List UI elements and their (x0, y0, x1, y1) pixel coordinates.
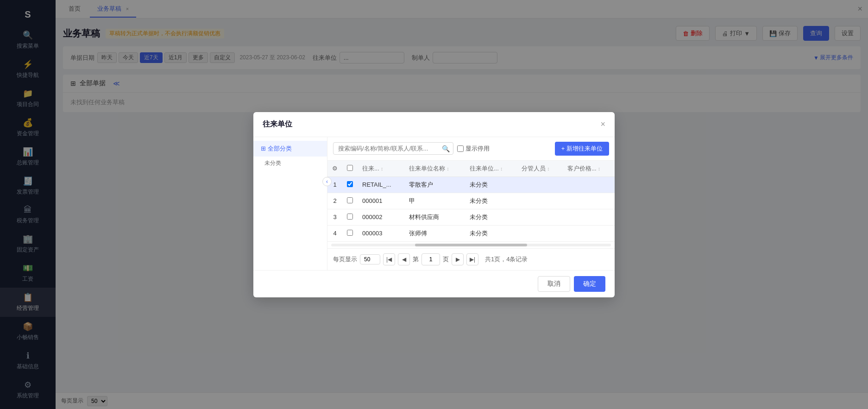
row-price-level (563, 193, 615, 209)
table-row[interactable]: 3 000002 材料供应商 未分类 (327, 209, 615, 225)
row-check[interactable] (342, 225, 358, 241)
row-name: 甲 (404, 193, 465, 209)
horizontal-scrollbar[interactable] (331, 244, 611, 246)
grid-icon-small: ⊞ (261, 145, 266, 152)
row-salesperson (517, 209, 563, 225)
dialog-title: 往来单位 (263, 120, 292, 129)
row-category: 未分类 (465, 225, 517, 241)
next-page-btn[interactable]: ▶ (452, 253, 464, 265)
page-number-input[interactable] (421, 253, 440, 265)
add-partner-button[interactable]: + 新增往来单位 (555, 142, 609, 156)
row-check[interactable] (342, 209, 358, 225)
th-settings[interactable]: ⚙ (327, 161, 342, 177)
partner-search-input[interactable] (333, 142, 453, 155)
search-input-wrap: 🔍 (333, 142, 453, 155)
row-check[interactable] (342, 176, 358, 193)
th-name[interactable]: 往来单位名称 (404, 161, 465, 177)
search-icon: 🔍 (442, 145, 450, 152)
collapse-left-panel-btn[interactable]: ‹ (322, 177, 332, 186)
table-header: ⚙ 往来... 往来单位名称 往来单位... 分管人员 客户价格... (327, 161, 615, 177)
partner-table-wrap: ⚙ 往来... 往来单位名称 往来单位... 分管人员 客户价格... (327, 161, 615, 242)
modal-overlay: 往来单位 × ⊞ 全部分类 未分类 ‹ (0, 0, 868, 409)
row-category: 未分类 (465, 176, 517, 193)
row-name: 材料供应商 (404, 209, 465, 225)
scrollbar-thumb (415, 244, 527, 246)
row-price-level (563, 209, 615, 225)
row-check[interactable] (342, 193, 358, 209)
uncategorized-item[interactable]: 未分类 (253, 157, 327, 170)
row-num: 4 (327, 225, 342, 241)
dialog-body: ⊞ 全部分类 未分类 ‹ 🔍 (253, 137, 615, 270)
cancel-button[interactable]: 取消 (538, 276, 570, 292)
table-row[interactable]: 4 000003 张师傅 未分类 (327, 225, 615, 241)
row-price-level (563, 225, 615, 241)
row-code: 000001 (358, 193, 404, 209)
row-price-level (563, 176, 615, 193)
dialog-left-panel: ⊞ 全部分类 未分类 ‹ (253, 137, 327, 270)
total-info: 共1页，4条记录 (485, 255, 528, 264)
th-code[interactable]: 往来... (358, 161, 404, 177)
table-body: 1 RETAIL_... 零散客户 未分类 2 (327, 176, 615, 241)
per-page-select[interactable]: 50 (360, 254, 380, 264)
first-page-btn[interactable]: |◀ (383, 253, 395, 265)
row-salesperson (517, 193, 563, 209)
pagination: 每页显示 50 |◀ ◀ 第 页 ▶ ▶| 共1页，4条记录 (327, 248, 615, 270)
last-page-btn[interactable]: ▶| (466, 253, 478, 265)
row-salesperson (517, 176, 563, 193)
partner-dialog: 往来单位 × ⊞ 全部分类 未分类 ‹ (253, 112, 615, 297)
show-disabled-checkbox[interactable] (457, 145, 464, 152)
page-label-text: 第 (413, 255, 419, 264)
row-category: 未分类 (465, 209, 517, 225)
row-code: 000002 (358, 209, 404, 225)
th-salesperson[interactable]: 分管人员 (517, 161, 563, 177)
row-num: 2 (327, 193, 342, 209)
confirm-button[interactable]: 确定 (574, 276, 605, 292)
row-salesperson (517, 225, 563, 241)
partner-table: ⚙ 往来... 往来单位名称 往来单位... 分管人员 客户价格... (327, 161, 615, 242)
select-all-checkbox[interactable] (347, 165, 353, 171)
prev-page-btn[interactable]: ◀ (398, 253, 410, 265)
dialog-header: 往来单位 × (253, 112, 615, 137)
page-unit-text: 页 (443, 255, 449, 264)
table-row[interactable]: 2 000001 甲 未分类 (327, 193, 615, 209)
th-category[interactable]: 往来单位... (465, 161, 517, 177)
row-num: 3 (327, 209, 342, 225)
row-category: 未分类 (465, 193, 517, 209)
th-price-level[interactable]: 客户价格... (563, 161, 615, 177)
dialog-right-panel: 🔍 显示停用 + 新增往来单位 ⚙ (327, 137, 615, 270)
row-code: RETAIL_... (358, 176, 404, 193)
table-row[interactable]: 1 RETAIL_... 零散客户 未分类 (327, 176, 615, 193)
search-bar: 🔍 显示停用 + 新增往来单位 (327, 137, 615, 161)
row-name: 张师傅 (404, 225, 465, 241)
row-name: 零散客户 (404, 176, 465, 193)
dialog-footer: 取消 确定 (253, 270, 615, 297)
row-code: 000003 (358, 225, 404, 241)
dialog-close-button[interactable]: × (600, 120, 605, 129)
th-check[interactable] (342, 161, 358, 177)
show-disabled-label: 显示停用 (457, 145, 490, 153)
per-page-label: 每页显示 (333, 255, 357, 264)
all-category-item[interactable]: ⊞ 全部分类 (253, 141, 327, 157)
